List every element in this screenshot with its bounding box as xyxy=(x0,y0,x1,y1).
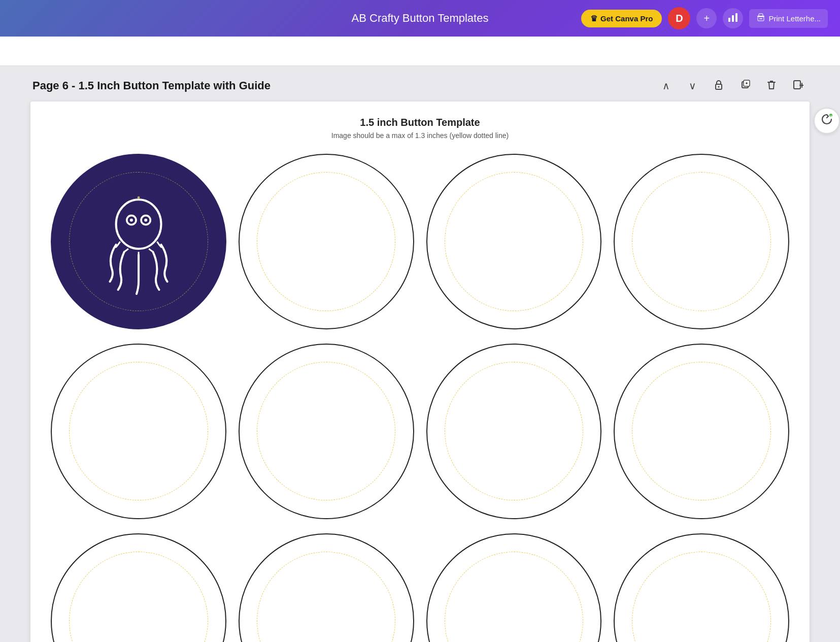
button-template-1[interactable] xyxy=(51,154,226,329)
refresh-button[interactable]: + xyxy=(814,108,840,134)
button-template-8[interactable] xyxy=(614,344,789,519)
guide-circle-8 xyxy=(632,362,770,500)
button-template-9[interactable] xyxy=(51,533,226,643)
guide-circle-6 xyxy=(257,362,395,500)
button-grid xyxy=(51,154,789,642)
button-template-10[interactable] xyxy=(239,533,414,643)
guide-circle-11 xyxy=(445,552,583,642)
guide-circle-10 xyxy=(257,552,395,642)
avatar[interactable]: D xyxy=(668,7,690,29)
svg-point-8 xyxy=(718,86,720,87)
svg-rect-13 xyxy=(794,81,800,89)
button-template-12[interactable] xyxy=(614,533,789,643)
svg-point-23 xyxy=(137,196,140,199)
guide-circle-4 xyxy=(632,172,770,311)
svg-rect-2 xyxy=(735,13,737,22)
print-button[interactable]: Print Letterhe... xyxy=(749,9,828,28)
canvas: + 1.5 inch Button Template Image should … xyxy=(30,102,810,642)
svg-rect-0 xyxy=(728,18,730,22)
svg-rect-6 xyxy=(759,18,762,19)
crown-icon: ♛ xyxy=(590,14,597,23)
canvas-subtitle: Image should be a max of 1.3 inches (yel… xyxy=(51,131,789,140)
plus-icon: + xyxy=(704,13,710,24)
guide-circle-2 xyxy=(257,172,395,311)
down-arrow-icon: ∨ xyxy=(689,80,696,92)
duplicate-button[interactable] xyxy=(735,76,755,95)
delete-button[interactable] xyxy=(762,76,781,95)
move-up-button[interactable]: ∧ xyxy=(656,76,676,95)
up-arrow-icon: ∧ xyxy=(662,80,670,92)
trash-icon xyxy=(766,79,777,93)
lock-icon xyxy=(713,79,724,93)
svg-rect-1 xyxy=(732,15,734,22)
toolbar-strip xyxy=(0,37,840,66)
navbar: AB Crafty Button Templates ♛ Get Canva P… xyxy=(0,0,840,37)
chart-icon xyxy=(727,12,738,25)
button-template-11[interactable] xyxy=(426,533,602,643)
guide-circle-5 xyxy=(69,362,208,500)
button-template-7[interactable] xyxy=(426,344,602,519)
add-button[interactable]: + xyxy=(696,8,717,28)
duplicate-icon xyxy=(740,79,751,93)
button-template-2[interactable] xyxy=(239,154,414,329)
refresh-icon: + xyxy=(820,113,833,129)
page-header: Page 6 - 1.5 Inch Button Template with G… xyxy=(30,76,810,95)
svg-text:+: + xyxy=(830,114,832,117)
svg-point-22 xyxy=(144,218,147,221)
add-page-button[interactable] xyxy=(788,76,808,95)
page-title: Page 6 - 1.5 Inch Button Template with G… xyxy=(32,79,649,92)
guide-circle-9 xyxy=(69,552,208,642)
navbar-right: ♛ Get Canva Pro D + xyxy=(581,7,828,29)
button-template-5[interactable] xyxy=(51,344,226,519)
button-template-6[interactable] xyxy=(239,344,414,519)
print-label: Print Letterhe... xyxy=(768,14,821,23)
svg-point-18 xyxy=(116,199,161,249)
canvas-title: 1.5 inch Button Template xyxy=(51,117,789,128)
main-content: Page 6 - 1.5 Inch Button Template with G… xyxy=(0,66,840,642)
lock-button[interactable] xyxy=(709,76,728,95)
guide-circle-3 xyxy=(445,172,583,311)
svg-point-21 xyxy=(130,218,133,221)
octopus-image xyxy=(82,185,195,298)
print-icon xyxy=(756,13,765,24)
button-template-4[interactable] xyxy=(614,154,789,329)
guide-circle-7 xyxy=(445,362,583,500)
guide-circle-12 xyxy=(632,552,770,642)
canva-pro-label: Get Canva Pro xyxy=(600,14,653,23)
move-down-button[interactable]: ∨ xyxy=(683,76,702,95)
navbar-title: AB Crafty Button Templates xyxy=(352,12,489,25)
button-template-3[interactable] xyxy=(426,154,602,329)
analytics-button[interactable] xyxy=(723,8,743,28)
canva-pro-button[interactable]: ♛ Get Canva Pro xyxy=(581,10,662,27)
add-page-icon xyxy=(792,79,803,93)
